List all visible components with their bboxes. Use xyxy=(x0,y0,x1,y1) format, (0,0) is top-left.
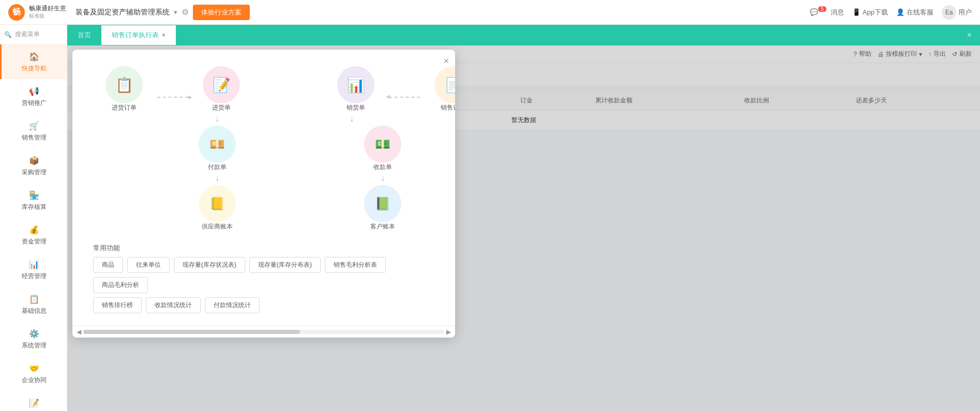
sidebar-item-inventory[interactable]: 🏪 库存核算 xyxy=(0,183,67,218)
common-section: 常用功能 商品往来单位现存量(库存状况表)现存量(库存分布表)销售毛利分析表商品… xyxy=(72,239,455,326)
sidebar: 🔍 搜索菜单 🏠 快捷导航 📢 营销推广 🛒 销售管理 📦 采购管理 🏪 库存核… xyxy=(0,25,67,411)
search-icon: 🔍 xyxy=(4,31,12,38)
flow-node-purchase-bill[interactable]: 📝 xyxy=(203,66,240,103)
sidebar-label-quick-nav: 快捷导航 xyxy=(22,64,47,73)
flow-node-sales-order[interactable]: 📄 xyxy=(434,66,455,103)
common-btn-1[interactable]: 往来单位 xyxy=(127,257,170,273)
flow-section: 📋 进货订单 📝 进货单 xyxy=(72,50,455,239)
sidebar-item-marketing[interactable]: 📢 营销推广 xyxy=(0,79,67,114)
flow-col-supplier-account: 📒 供应商账本 xyxy=(186,185,248,231)
tab-bar: 首页销售订单执行表× × xyxy=(67,25,980,45)
flow-col-customer-account: 📗 客户账本 xyxy=(352,185,414,231)
common-btn-4[interactable]: 销售毛利分析表 xyxy=(325,257,386,273)
arrow-down-pay: ↓ xyxy=(186,174,248,183)
flow-label-receipt: 收款单 xyxy=(373,163,392,172)
common-btn-2[interactable]: 现存量(库存状况表) xyxy=(174,257,245,273)
sidebar-icon-operations: 📊 xyxy=(28,258,40,270)
scrollbar-thumb xyxy=(83,330,300,334)
logo-char: 畅 xyxy=(12,7,21,18)
arrow-down-rec: ↓ xyxy=(352,174,414,183)
user-button[interactable]: Ea 用户 xyxy=(942,5,972,20)
app-download-button[interactable]: 📱 App下载 xyxy=(852,8,888,17)
sidebar-icon-system: ⚙️ xyxy=(28,328,40,339)
modal-close-button[interactable]: × xyxy=(443,56,449,67)
tab-sales-order-exec[interactable]: 销售订单执行表× xyxy=(101,25,176,45)
common-btn-5[interactable]: 商品毛利分析 xyxy=(93,277,148,293)
message-icon: 💬 xyxy=(810,8,818,16)
online-service-label: 在线客服 xyxy=(907,8,933,17)
flow-node-payment[interactable]: 💴 xyxy=(199,126,236,163)
flow-label-payment: 付款单 xyxy=(208,163,227,172)
download-icon: 📱 xyxy=(852,8,861,16)
main-content: 首页销售订单执行表× × ? 帮助 🖨 按模板打印 ▾ ↑ 导出 ↺ 刷新 xyxy=(67,25,980,411)
logo-icon: 畅 xyxy=(8,4,25,21)
sidebar-icon-beginner: 📝 xyxy=(28,397,40,408)
avatar: Ea xyxy=(942,5,956,20)
sidebar-label-sales: 销售管理 xyxy=(22,133,47,142)
flow-row-1: 📋 进货订单 📝 进货单 xyxy=(93,66,434,112)
flow-node-sales-bill[interactable]: 📊 xyxy=(337,66,374,103)
flow-col-purchase-order: 📋 进货订单 xyxy=(93,66,155,112)
sidebar-item-sales[interactable]: 🛒 销售管理 xyxy=(0,114,67,148)
sidebar-item-operations[interactable]: 📊 经营管理 xyxy=(0,252,67,287)
arrow-down-pb: ↓ xyxy=(186,114,248,124)
app-version: 标准版 xyxy=(29,12,66,20)
tab-label-home: 首页 xyxy=(78,31,91,40)
sidebar-item-quick-nav[interactable]: 🏠 快捷导航 xyxy=(0,44,67,79)
sidebar-item-beginner[interactable]: 📝 新手引导 xyxy=(0,391,67,411)
sidebar-icon-finance: 💰 xyxy=(28,224,40,235)
sidebar-item-system[interactable]: ⚙️ 系统管理 xyxy=(0,322,67,356)
sidebar-icon-inventory: 🏪 xyxy=(28,189,40,201)
top-header: 畅 畅康通好生意 标准版 装备及固定资产辅助管理系统 ▾ ⚙ 体验行业方案 💬 … xyxy=(0,0,980,25)
scroll-left-button[interactable]: ◀ xyxy=(77,328,81,336)
logo-area: 畅 畅康通好生意 标准版 xyxy=(8,4,76,21)
sidebar-item-purchase[interactable]: 📦 采购管理 xyxy=(0,148,67,183)
sidebar-icon-purchase: 📦 xyxy=(28,155,40,166)
sidebar-search[interactable]: 🔍 搜索菜单 xyxy=(0,25,67,44)
sidebar-label-basic-info: 基础信息 xyxy=(22,307,47,315)
common-btn-8[interactable]: 付款情况统计 xyxy=(205,297,260,313)
online-service-button[interactable]: 👤 在线客服 xyxy=(896,8,933,17)
flow-node-supplier-account[interactable]: 📒 xyxy=(199,185,236,222)
scrollbar-track[interactable] xyxy=(83,330,444,334)
scroll-right-button[interactable]: ▶ xyxy=(446,328,451,336)
sidebar-item-enterprise[interactable]: 🤝 企业协同 xyxy=(0,356,67,391)
common-functions-title: 常用功能 xyxy=(93,243,434,253)
sidebar-label-system: 系统管理 xyxy=(22,341,47,350)
close-all-tabs-button[interactable]: × xyxy=(959,25,980,45)
page-content: ? 帮助 🖨 按模板打印 ▾ ↑ 导出 ↺ 刷新 📅 xyxy=(67,45,980,411)
common-btns-row1: 商品往来单位现存量(库存状况表)现存量(库存分布表)销售毛利分析表商品毛利分析 xyxy=(93,257,434,293)
common-btn-0[interactable]: 商品 xyxy=(93,257,123,273)
flow-node-receipt[interactable]: 💵 xyxy=(364,126,401,163)
modal-scrollbar: ◀ ▶ xyxy=(72,326,455,338)
modal-overlay: × 📋 进货订单 xyxy=(67,45,980,411)
tab-label-sales-order-exec: 销售订单执行表 xyxy=(112,31,159,40)
flow-row-3: 📒 供应商账本 📗 客户账本 xyxy=(93,185,434,231)
settings-icon[interactable]: ⚙ xyxy=(182,7,189,17)
message-button[interactable]: 💬 5 消息 xyxy=(810,8,844,17)
system-dropdown-icon[interactable]: ▾ xyxy=(174,8,177,16)
common-btn-6[interactable]: 销售排行榜 xyxy=(93,297,142,313)
common-btn-3[interactable]: 现存量(库存分布表) xyxy=(249,257,321,273)
flow-col-sales-bill: 📊 销货单 xyxy=(325,66,387,112)
flow-node-customer-account[interactable]: 📗 xyxy=(364,185,401,222)
common-btn-7[interactable]: 收款情况统计 xyxy=(146,297,201,313)
sidebar-label-purchase: 采购管理 xyxy=(22,168,47,177)
header-right: 💬 5 消息 📱 App下载 👤 在线客服 Ea 用户 xyxy=(810,5,972,20)
flow-label-supplier-account: 供应商账本 xyxy=(202,222,233,231)
sidebar-icon-enterprise: 🤝 xyxy=(28,362,40,374)
common-btns-row2: 销售排行榜收款情况统计付款情况统计 xyxy=(93,297,434,313)
tab-home[interactable]: 首页 xyxy=(67,25,101,45)
flow-arrows-down-row2: ↓ ↓ xyxy=(93,174,434,183)
logo-text-block: 畅康通好生意 标准版 xyxy=(29,5,66,20)
modal-box: × 📋 进货订单 xyxy=(72,50,455,338)
sidebar-item-finance[interactable]: 💰 资金管理 xyxy=(0,218,67,252)
tab-close-sales-order-exec[interactable]: × xyxy=(162,32,165,39)
flow-node-purchase-order[interactable]: 📋 xyxy=(105,66,143,103)
flow-col-sales-order: 📄 销售订单 xyxy=(422,66,455,112)
sidebar-icon-quick-nav: 🏠 xyxy=(28,51,40,62)
flow-label-purchase-order: 进货订单 xyxy=(112,103,137,112)
experience-button[interactable]: 体验行业方案 xyxy=(193,5,250,20)
sidebar-item-basic-info[interactable]: 📋 基础信息 xyxy=(0,287,67,322)
sidebar-label-finance: 资金管理 xyxy=(22,237,47,246)
